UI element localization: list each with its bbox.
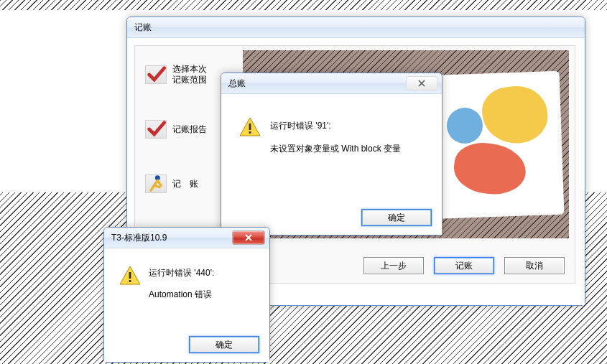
wizard-button-row: 上一步 记账 取消 bbox=[363, 257, 565, 274]
wizard-step-label: 选择本次 记账范围 bbox=[172, 64, 207, 85]
error-dialog-440-titlebar[interactable]: T3-标准版10.9 bbox=[104, 228, 269, 248]
wizard-step-label: 记账报告 bbox=[172, 124, 207, 135]
svg-rect-4 bbox=[129, 280, 131, 282]
checkmark-icon bbox=[145, 120, 167, 139]
wizard-steps-column: 选择本次 记账范围 记账报告 记 账 bbox=[145, 62, 231, 225]
error-dialog-91-client: 运行时错误 '91': 未设置对象变量或 With block 变量 确定 bbox=[221, 94, 442, 235]
person-run-icon bbox=[145, 174, 167, 193]
ok-button[interactable]: 确定 bbox=[361, 209, 432, 226]
ok-button[interactable]: 确定 bbox=[189, 336, 259, 353]
error-dialog-91-title: 总账 bbox=[228, 78, 406, 90]
error-dialog-91-titlebar[interactable]: 总账 bbox=[221, 73, 442, 94]
cancel-button[interactable]: 取消 bbox=[504, 257, 565, 274]
error-91-line2: 未设置对象变量或 With block 变量 bbox=[270, 143, 401, 155]
error-dialog-440-client: 运行时错误 '440': Automation 错误 确定 bbox=[104, 248, 269, 362]
error-440-line1: 运行时错误 '440': bbox=[149, 267, 214, 279]
post-button[interactable]: 记账 bbox=[434, 257, 494, 274]
warning-icon bbox=[119, 264, 142, 287]
svg-rect-1 bbox=[249, 123, 251, 130]
close-button[interactable] bbox=[406, 76, 437, 90]
wizard-step-post[interactable]: 记 账 bbox=[145, 171, 231, 197]
wizard-step-label: 记 账 bbox=[172, 179, 198, 190]
error-91-line1: 运行时错误 '91': bbox=[270, 120, 331, 132]
checkmark-icon bbox=[145, 65, 167, 84]
error-440-line2: Automation 错误 bbox=[149, 289, 212, 301]
error-dialog-440: T3-标准版10.9 运行时错误 '440': Automation 错误 确定 bbox=[103, 227, 270, 363]
close-button[interactable] bbox=[232, 230, 265, 245]
posting-wizard-title: 记账 bbox=[134, 22, 580, 34]
posting-wizard-titlebar[interactable]: 记账 bbox=[127, 17, 585, 38]
wizard-step-report[interactable]: 记账报告 bbox=[145, 116, 231, 142]
prev-button[interactable]: 上一步 bbox=[363, 257, 424, 274]
wizard-step-select-range[interactable]: 选择本次 记账范围 bbox=[145, 62, 231, 88]
error-dialog-440-title: T3-标准版10.9 bbox=[111, 232, 232, 244]
svg-rect-3 bbox=[129, 272, 131, 279]
warning-icon bbox=[238, 116, 261, 139]
svg-rect-2 bbox=[249, 131, 251, 134]
error-dialog-91: 总账 运行时错误 '91': 未设置对象变量或 With block 变量 确定 bbox=[221, 73, 442, 235]
